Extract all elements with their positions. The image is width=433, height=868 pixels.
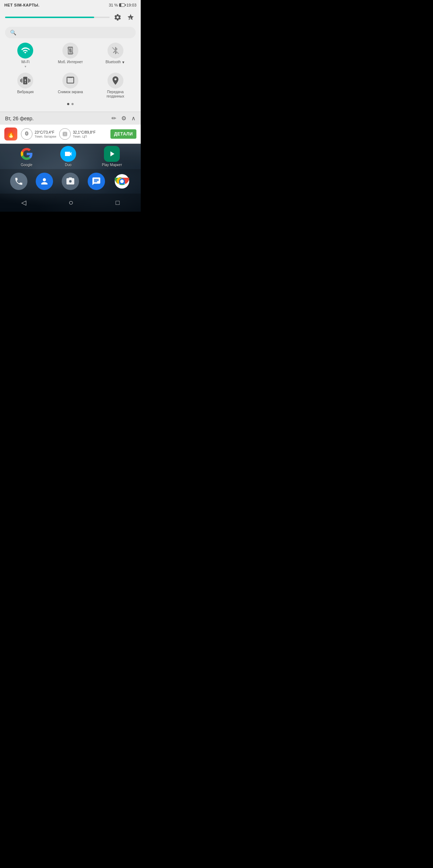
home-app-play[interactable]: Play Маркет (102, 146, 122, 167)
cpu-temp-value: 32,1°C/89,8°F (73, 130, 96, 135)
google-icon (19, 146, 35, 162)
home-app-duo[interactable]: Duo (60, 146, 76, 167)
toggle-wifi[interactable]: Wi-Fi ▼ (3, 43, 48, 68)
brightness-slider[interactable] (5, 17, 110, 18)
duo-icon (60, 146, 76, 162)
dock-row (0, 169, 141, 194)
svg-rect-3 (67, 77, 74, 83)
home-top-apps: Google Duo Play Маркет (0, 144, 141, 169)
cpu-temp-item: 32,1°C/89,8°F Темп. ЦП (59, 128, 96, 140)
expand-icon[interactable]: ∧ (131, 115, 136, 122)
quick-settings-panel: A 🔍 Wi-Fi ▼ (0, 9, 141, 112)
google-label: Google (21, 163, 32, 167)
search-icon: 🔍 (10, 30, 16, 35)
bluetooth-icon-wrap (108, 43, 123, 59)
vibration-icon-wrap (17, 73, 33, 88)
battery-percent: 31 % (109, 3, 118, 7)
toggle-screenshot[interactable]: Снимок экрана (48, 73, 93, 99)
dot-2[interactable] (71, 103, 74, 105)
cpu-temp-circle (59, 128, 71, 140)
mobile-data-label: Моб. Интернет (58, 60, 83, 64)
date-actions: ✏ ⚙ ∧ (111, 115, 136, 122)
page-wrapper: НЕТ SIM-КАРТЫ. 31 % 19:03 (0, 0, 141, 212)
cpu-temp-label: Темп. ЦП (73, 135, 96, 138)
wifi-sublabel: ▼ (24, 65, 27, 68)
settings-icon[interactable]: ⚙ (121, 115, 126, 122)
toggles-row-2: Вибрация Снимок экрана (0, 70, 141, 100)
home-button[interactable]: ○ (61, 197, 80, 209)
wifi-label: Wi-Fi (21, 60, 30, 64)
bluetooth-arrow: ▼ (122, 60, 125, 64)
battery-temp-label: Темп. батареи (35, 135, 56, 138)
vibration-label: Вибрация (17, 90, 34, 94)
toggles-row-1: Wi-Fi ▼ Моб. Интернет (0, 41, 141, 70)
notif-app-icon: 🔥 (4, 128, 17, 141)
search-bar[interactable]: 🔍 (5, 27, 136, 38)
location-label: Передачагеоданных (106, 90, 124, 99)
battery-temp-item: 23°C/73,4°F Темп. батареи (21, 128, 56, 140)
svg-rect-6 (26, 132, 28, 135)
battery-fill (119, 4, 121, 7)
svg-text:A: A (129, 17, 131, 20)
recents-button[interactable]: □ (108, 198, 127, 208)
brightness-row: A (0, 9, 141, 25)
clock: 19:03 (126, 3, 136, 7)
toggle-bluetooth[interactable]: Bluetooth ▼ (93, 43, 138, 68)
svg-rect-8 (64, 133, 66, 135)
play-icon (104, 146, 120, 162)
pagination-dots (0, 100, 141, 109)
details-button[interactable]: ДЕТАЛИ (110, 129, 136, 139)
location-icon-wrap (108, 73, 123, 88)
screenshot-label: Снимок экрана (58, 90, 83, 94)
notif-flame-icon: 🔥 (6, 130, 16, 138)
screenshot-icon-wrap (62, 73, 78, 88)
date-bar: Вт, 26 февр. ✏ ⚙ ∧ (0, 112, 141, 125)
svg-point-12 (120, 180, 124, 183)
duo-label: Duo (65, 163, 71, 167)
dot-1[interactable] (67, 103, 69, 105)
nav-bar: ◁ ○ □ (0, 194, 141, 212)
edit-icon[interactable]: ✏ (111, 115, 116, 122)
bluetooth-label-row: Bluetooth ▼ (106, 60, 125, 64)
brightness-gear-icon[interactable] (113, 12, 123, 22)
no-sim-label: НЕТ SIM-КАРТЫ. (4, 3, 40, 7)
notification-banner: 🔥 23°C/73,4°F Темп. батареи (0, 125, 141, 144)
date-text: Вт, 26 февр. (5, 116, 109, 121)
svg-rect-4 (68, 77, 73, 78)
toggle-mobile-data[interactable]: Моб. Интернет (48, 43, 93, 68)
toggle-vibration[interactable]: Вибрация (3, 73, 48, 99)
mobile-data-icon-wrap (62, 43, 78, 59)
bluetooth-label: Bluetooth (106, 60, 121, 64)
dock-camera[interactable] (62, 173, 79, 190)
dock-chrome[interactable] (113, 173, 131, 190)
dock-contacts[interactable] (36, 173, 53, 190)
battery-temp-text: 23°C/73,4°F Темп. батареи (35, 130, 56, 138)
battery-icon (119, 3, 125, 7)
brightness-fill (5, 17, 94, 18)
wifi-icon-wrap (17, 43, 33, 59)
play-label: Play Маркет (102, 163, 122, 167)
notif-content: 23°C/73,4°F Темп. батареи 32,1°C/89,8°F … (21, 128, 107, 140)
back-button[interactable]: ◁ (14, 197, 34, 208)
dock-messages[interactable] (88, 173, 105, 190)
auto-brightness-icon[interactable]: A (126, 12, 136, 22)
dock-phone[interactable] (10, 173, 27, 190)
home-app-google[interactable]: Google (19, 146, 35, 167)
battery-temp-value: 23°C/73,4°F (35, 130, 56, 135)
status-right: 31 % 19:03 (109, 3, 136, 7)
home-screen: Google Duo Play Маркет (0, 144, 141, 212)
status-bar: НЕТ SIM-КАРТЫ. 31 % 19:03 (0, 0, 141, 9)
toggle-location[interactable]: Передачагеоданных (93, 73, 138, 99)
cpu-temp-text: 32,1°C/89,8°F Темп. ЦП (73, 130, 96, 138)
battery-temp-circle (21, 128, 32, 140)
